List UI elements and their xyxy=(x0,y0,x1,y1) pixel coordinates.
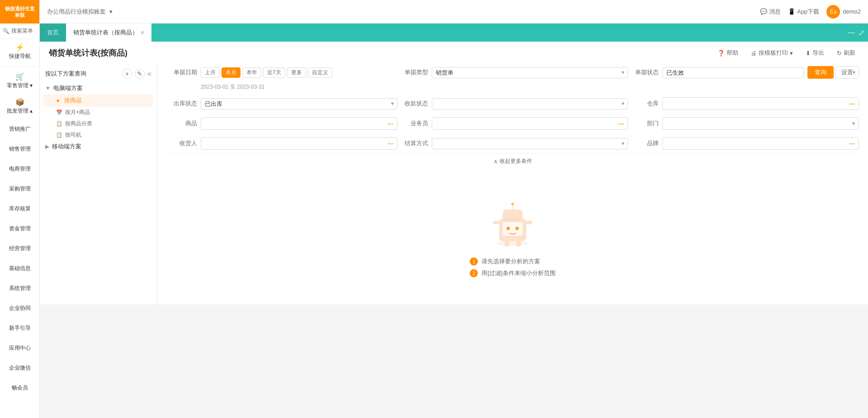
goods-input[interactable]: ··· xyxy=(201,117,397,130)
refresh-btn[interactable]: ↻ 刷新 xyxy=(833,47,859,59)
sidebar-item-label: 畅会员 xyxy=(12,384,28,392)
query-btn[interactable]: 查询 xyxy=(807,66,834,79)
scheme-item-by-category[interactable]: 📋 按商品分类 xyxy=(43,118,153,129)
brand-input[interactable]: ··· xyxy=(662,137,859,150)
payment-select[interactable] xyxy=(432,138,628,149)
svg-point-3 xyxy=(506,227,510,230)
sidebar-item-quick-nav[interactable]: ⚡ 快捷导航 xyxy=(2,39,38,64)
sidebar-item-corp-agreement[interactable]: 企业协同 xyxy=(2,299,38,318)
logo-subtext: 标版 xyxy=(15,12,25,18)
sidebar-item-member[interactable]: 畅会员 xyxy=(2,378,38,397)
settings-btn[interactable]: 设置 xyxy=(835,66,859,79)
retail-icon: 🛒 xyxy=(15,72,24,81)
brand-label: 品牌 xyxy=(628,139,662,147)
sidebar-item-marketing[interactable]: 营销推广 xyxy=(2,119,38,138)
out-status-select[interactable]: 已出库 xyxy=(201,98,397,109)
svg-rect-8 xyxy=(526,221,533,224)
date-btn-this-month[interactable]: 本月 xyxy=(222,67,241,78)
filter-dept-cell: 部门 ▾ xyxy=(628,117,859,130)
app-download-btn[interactable]: 📱 App下载 xyxy=(788,8,819,16)
dept-select[interactable]: ▾ xyxy=(662,117,859,130)
date-btn-7days[interactable]: 近7天 xyxy=(263,67,285,78)
date-btn-more[interactable]: 更多 xyxy=(287,67,306,78)
filter-row-3: 商品 ··· 业务员 ··· xyxy=(166,114,859,133)
scheme-add-btn[interactable]: + xyxy=(122,69,132,79)
add-icon: + xyxy=(125,70,129,77)
scheme-item-by-driver[interactable]: 📋 按司机 xyxy=(43,129,153,141)
sidebar-item-system[interactable]: 系统管理 xyxy=(2,279,38,298)
sidebar-item-app-center[interactable]: 应用中心 xyxy=(2,338,38,357)
receive-status-label: 收款状态 xyxy=(397,100,432,108)
print-btn[interactable]: 🖨 按模板打印 ▾ xyxy=(747,47,797,59)
order-type-label: 单据类型 xyxy=(397,68,432,76)
salesperson-input[interactable]: ··· xyxy=(432,117,628,130)
goods-label: 商品 xyxy=(166,119,201,128)
date-btn-this-year[interactable]: 本年 xyxy=(242,67,261,78)
user-menu[interactable]: Ea demo2 xyxy=(826,5,861,19)
scheme-group-pc-header[interactable]: ▼ 电脑端方案 xyxy=(43,82,153,94)
sidebar-item-operation[interactable]: 经营管理 xyxy=(2,239,38,258)
scheme-edit-btn[interactable]: ✎ xyxy=(135,69,145,79)
order-type-select[interactable]: 销货单 xyxy=(432,67,628,78)
order-status-select[interactable]: 已生效 xyxy=(662,67,804,78)
sidebar-item-wholesale[interactable]: 📦 批发管理 ▴ xyxy=(2,94,38,119)
by-goods-icon: ● xyxy=(54,97,61,104)
receiver-more-icon: ··· xyxy=(387,140,393,147)
nav-icon: ⚡ xyxy=(15,43,24,52)
sidebar-item-basic[interactable]: 基础信息 xyxy=(2,259,38,278)
sidebar-item-enterprise-wechat[interactable]: 企业微信 xyxy=(2,358,38,377)
receiver-input[interactable]: ··· xyxy=(201,137,397,150)
pc-group-arrow: ▼ xyxy=(45,85,51,91)
print-dropdown-icon: ▾ xyxy=(790,50,793,57)
warehouse-input[interactable]: ··· xyxy=(662,97,859,110)
sidebar-item-label: 销售管理 xyxy=(9,145,31,153)
filter-brand-cell: 品牌 ··· xyxy=(628,137,859,150)
empty-state: 1 请先选择要分析的方案 2 用[过滤]条件来缩小分析范围 xyxy=(157,169,868,304)
export-icon: ⬇ xyxy=(806,50,811,57)
search-menu-item[interactable]: 🔍 搜索菜单 xyxy=(0,24,39,39)
date-btn-custom[interactable]: 自定义 xyxy=(308,67,332,78)
industry-dropdown-icon[interactable]: ▾ xyxy=(109,8,113,15)
collapse-up-icon: ∧ xyxy=(494,158,498,165)
tab-minimize-btn[interactable]: — xyxy=(848,28,855,37)
filter-receiver-cell: 收货人 ··· xyxy=(166,137,397,150)
mobile-group-label: 移动端方案 xyxy=(52,142,81,151)
filter-row-1: 单据日期 上月 本月 本年 近7天 更多 自定义 xyxy=(166,62,859,82)
sidebar-item-retail[interactable]: 🛒 零售管理 ▾ xyxy=(2,69,38,93)
filter-out-status-cell: 出库状态 已出库 xyxy=(166,97,397,110)
help-label: 帮助 xyxy=(726,49,738,57)
scheme-collapse-btn[interactable]: « xyxy=(147,70,151,78)
page-content: 销货单统计表(按商品) ❓ 帮助 🖨 按模板打印 ▾ ⬇ 导出 xyxy=(40,42,868,418)
tab-maximize-btn[interactable]: ⤢ xyxy=(859,28,864,37)
collapse-more-bar[interactable]: ∧ 收起更多条件 xyxy=(166,153,859,169)
scheme-item-by-goods[interactable]: ● 按商品 xyxy=(43,94,153,107)
filter-warehouse-cell: 仓库 ··· xyxy=(628,97,859,110)
app-download-label: App下载 xyxy=(797,8,819,16)
export-btn[interactable]: ⬇ 导出 xyxy=(802,47,828,59)
scheme-group-mobile-header[interactable]: ▶ 移动端方案 xyxy=(43,141,153,152)
message-label: 消息 xyxy=(769,8,781,16)
sidebar-item-ecommerce[interactable]: 电商管理 xyxy=(2,159,38,178)
content-body: 按以下方案查询 + ✎ « xyxy=(40,62,868,304)
date-btn-last-month[interactable]: 上月 xyxy=(201,67,220,78)
order-status-label: 单据状态 xyxy=(628,68,662,76)
month-goods-icon: 📅 xyxy=(56,109,62,115)
goods-more-icon: ··· xyxy=(387,120,393,128)
scheme-panel-actions: + ✎ « xyxy=(122,69,151,79)
sidebar-item-inventory[interactable]: 库存核算 xyxy=(2,199,38,218)
sidebar-item-purchase[interactable]: 采购管理 xyxy=(2,179,38,198)
tab-home[interactable]: 首页 xyxy=(40,24,66,42)
empty-tips: 1 请先选择要分析的方案 2 用[过滤]条件来缩小分析范围 xyxy=(470,257,555,277)
page-title-bar: 销货单统计表(按商品) ❓ 帮助 🖨 按模板打印 ▾ ⬇ 导出 xyxy=(40,42,868,62)
help-btn[interactable]: ❓ 帮助 xyxy=(714,47,742,59)
scheme-group-pc: ▼ 电脑端方案 ● 按商品 📅 按月+商品 📋 xyxy=(40,82,157,141)
sidebar-item-newcomer[interactable]: 新手引导 xyxy=(2,318,38,337)
page-actions: ❓ 帮助 🖨 按模板打印 ▾ ⬇ 导出 ↻ 刷新 xyxy=(714,47,859,59)
receive-status-select[interactable] xyxy=(432,98,628,109)
tab-close-btn[interactable]: × xyxy=(141,29,144,36)
tab-sales-report[interactable]: 销货单统计表（按商品） × xyxy=(66,24,151,42)
scheme-item-by-month-goods[interactable]: 📅 按月+商品 xyxy=(43,107,153,118)
sidebar-item-sales[interactable]: 销售管理 xyxy=(2,139,38,158)
sidebar-item-finance[interactable]: 资金管理 xyxy=(2,219,38,238)
message-btn[interactable]: 💬 消息 xyxy=(760,8,781,16)
